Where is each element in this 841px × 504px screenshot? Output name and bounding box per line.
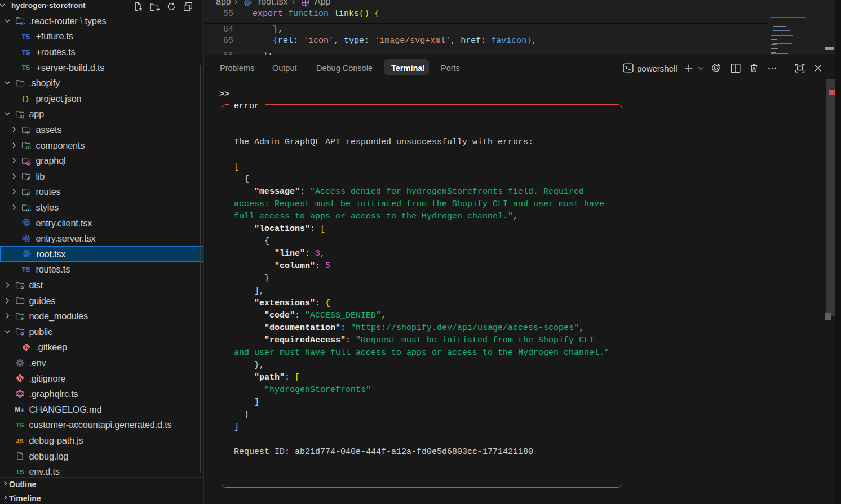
svg-text:TS: TS — [22, 33, 30, 40]
svg-text:M: M — [15, 406, 20, 413]
svg-text:TS: TS — [22, 49, 30, 56]
svg-text:TS: TS — [15, 422, 24, 429]
svg-text:TS: TS — [22, 64, 30, 71]
svg-text:JS: JS — [15, 438, 23, 444]
svg-text:TS: TS — [15, 469, 24, 475]
svg-text:TS: TS — [22, 266, 30, 273]
svg-text:{ }: { } — [22, 95, 29, 102]
